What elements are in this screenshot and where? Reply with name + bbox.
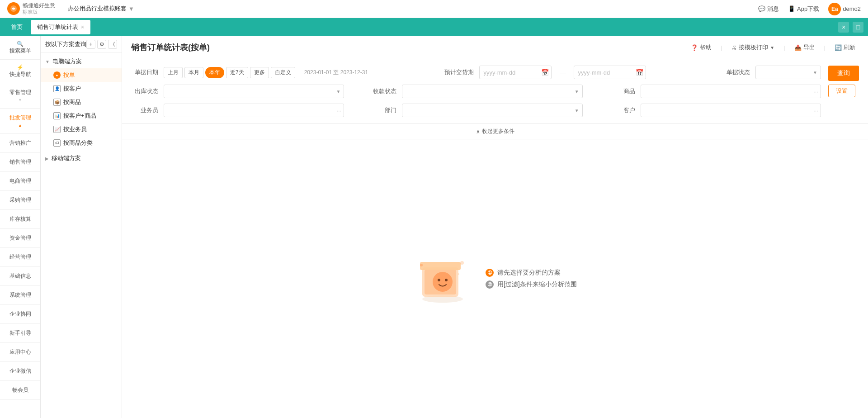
sidebar-item-newbie[interactable]: 新手引导 (0, 324, 40, 343)
expected-delivery-end[interactable] (574, 66, 646, 79)
by-product-icon: 📦 (53, 99, 61, 106)
scheme-by-product[interactable]: 📦 按商品 (41, 95, 122, 109)
query-btn[interactable]: 查询 (828, 66, 859, 81)
tab-close-icon[interactable]: × (81, 24, 84, 30)
date-btn-last-month[interactable]: 上月 (164, 67, 183, 78)
sidebar-item-finance[interactable]: 资金管理 (0, 229, 40, 248)
top-bar: 畅捷通好生意 标准版 办公用品行业模拟账套 ▼ 💬 消息 📱 App下载 Ea … (0, 0, 868, 18)
by-order-label: 按单 (63, 71, 75, 79)
top-bar-left: 畅捷通好生意 标准版 办公用品行业模拟账套 ▼ (7, 2, 134, 15)
empty-illustration (413, 249, 472, 308)
divider1: | (721, 44, 722, 51)
scheme-by-customer-product[interactable]: 📊 按客户+商品 (41, 109, 122, 123)
query-btn-group: 查询 设置 (828, 66, 859, 97)
filter-settings-btn[interactable]: 设置 (828, 85, 855, 97)
settings-scheme-btn[interactable]: ⚙ (97, 40, 106, 49)
calendar-end-icon[interactable]: 📅 (636, 69, 643, 76)
tab-minimize-btn[interactable]: × (838, 22, 849, 33)
sidebar-item-inventory[interactable]: 库存核算 (0, 210, 40, 229)
date-btn-this-year[interactable]: 本年 (205, 67, 224, 78)
empty-hint-2: ② 用[过滤]条件来缩小分析范围 (486, 280, 577, 289)
bill-status-select[interactable] (755, 66, 821, 79)
filter-section-main: 单据日期 上月 本月 本年 近7天 更多 自定义 2023-01-01 至 20… (131, 66, 821, 117)
help-btn[interactable]: ❓ 帮助 (687, 42, 715, 53)
sidebar-item-system[interactable]: 系统管理 (0, 286, 40, 305)
tab-home[interactable]: 首页 (5, 20, 29, 34)
right-content: 销售订单统计表(按单) ❓ 帮助 | 🖨 按模板打印 ▼ | 📤 (122, 36, 868, 418)
left-panel-actions: + ⚙ 《 (86, 40, 117, 49)
expected-delivery-start[interactable] (479, 66, 552, 79)
filter-row-2: 出库状态 ▼ 收款状态 ▼ 商品 (131, 85, 821, 98)
salesperson-wrap: ··· (164, 104, 344, 117)
customer-label: 客户 (608, 106, 635, 114)
payment-status-select[interactable] (402, 85, 582, 98)
page-header-actions: ❓ 帮助 | 🖨 按模板打印 ▼ | 📤 导出 | (687, 42, 859, 59)
search-icon: 🔍 (3, 41, 38, 47)
scheme-by-salesperson[interactable]: 📈 按业务员 (41, 123, 122, 136)
by-customer-icon: 👤 (53, 85, 61, 92)
pc-group[interactable]: ▼ 电脑端方案 (41, 55, 122, 68)
collapse-panel-btn[interactable]: 《 (108, 40, 117, 49)
sidebar-item-search-menu[interactable]: 🔍 搜索菜单 (0, 36, 40, 60)
message-btn[interactable]: 💬 消息 (758, 5, 779, 13)
date-btn-this-month[interactable]: 本月 (184, 67, 203, 78)
goods-input[interactable] (641, 85, 821, 98)
sidebar-item-sales[interactable]: 销售管理 (0, 153, 40, 172)
app-download-btn[interactable]: 📱 App下载 (788, 5, 819, 13)
department-wrap: ▼ (402, 104, 582, 117)
sidebar-item-marketing[interactable]: 营销推广 (0, 134, 40, 153)
collapse-bar[interactable]: ∧ 收起更多条件 (122, 124, 868, 139)
svg-point-5 (433, 272, 453, 292)
date-btn-custom[interactable]: 自定义 (271, 67, 295, 78)
add-scheme-btn[interactable]: + (86, 40, 95, 49)
refresh-label: 刷新 (844, 43, 855, 52)
sidebar-item-basic[interactable]: 基础信息 (0, 267, 40, 286)
print-dropdown-icon: ▼ (770, 45, 774, 50)
scheme-by-order[interactable]: ● 按单 (41, 68, 122, 82)
scheme-by-customer[interactable]: 👤 按客户 (41, 82, 122, 95)
customer-input[interactable] (641, 104, 821, 117)
export-icon: 📤 (794, 44, 802, 51)
date-label: 单据日期 (131, 68, 158, 76)
breadcrumb-arrow-icon[interactable]: ▼ (128, 5, 134, 12)
scheme-by-category[interactable]: 🏷 按商品分类 (41, 136, 122, 150)
payment-status-wrap: ▼ (402, 85, 582, 98)
tab-maximize-btn[interactable]: □ (853, 22, 863, 33)
date-btn-7days[interactable]: 近7天 (226, 67, 248, 78)
sidebar-item-wholesale[interactable]: 批发管理 ▲ (0, 109, 40, 134)
calendar-start-icon[interactable]: 📅 (541, 69, 549, 76)
sidebar-item-operation[interactable]: 经营管理 (0, 248, 40, 267)
app-download-icon: 📱 (788, 5, 795, 12)
print-btn[interactable]: 🖨 按模板打印 ▼ (727, 42, 778, 53)
expected-delivery-start-wrap: 📅 (479, 66, 552, 79)
sidebar-item-member[interactable]: 畅会员 (0, 381, 40, 400)
user-area[interactable]: Ea demo2 (828, 3, 861, 15)
tab-bar: 首页 销售订单统计表 × × □ (0, 18, 868, 36)
salesperson-ellipsis[interactable]: ··· (336, 107, 341, 114)
goods-ellipsis[interactable]: ··· (813, 88, 818, 95)
left-panel: 按以下方案查询 + ⚙ 《 ▼ 电脑端方案 ● 按单 👤 按客户 (41, 36, 122, 418)
svg-point-7 (445, 279, 448, 281)
salesperson-input[interactable] (164, 104, 344, 117)
sidebar-item-enterprise[interactable]: 企业协同 (0, 305, 40, 324)
refresh-btn[interactable]: 🔄 刷新 (831, 42, 859, 53)
expected-delivery-end-wrap: 📅 (574, 66, 646, 79)
sidebar-item-purchase[interactable]: 采购管理 (0, 191, 40, 210)
sidebar-item-retail[interactable]: 零售管理 ▼ (0, 83, 40, 109)
export-btn[interactable]: 📤 导出 (791, 42, 819, 53)
delivery-status-label: 出库状态 (131, 87, 158, 95)
sidebar-item-quick-nav[interactable]: ⚡ 快捷导航 (0, 60, 40, 83)
hint-num-1: ① (486, 269, 494, 277)
collapse-text: 收起更多条件 (482, 128, 514, 135)
sidebar-item-ecommerce[interactable]: 电商管理 (0, 172, 40, 191)
breadcrumb-text: 办公用品行业模拟账套 (68, 5, 127, 13)
sidebar-item-appcenter[interactable]: 应用中心 (0, 343, 40, 362)
sidebar-item-wechat[interactable]: 企业微信 (0, 362, 40, 381)
customer-ellipsis[interactable]: ··· (813, 107, 818, 114)
tab-sales-order[interactable]: 销售订单统计表 × (31, 20, 90, 34)
date-btn-more[interactable]: 更多 (250, 67, 269, 78)
delivery-status-select[interactable] (164, 85, 344, 98)
breadcrumb-area: 办公用品行业模拟账套 ▼ (68, 5, 134, 13)
department-select[interactable] (402, 104, 582, 117)
mobile-group[interactable]: ▶ 移动端方案 (41, 152, 122, 165)
